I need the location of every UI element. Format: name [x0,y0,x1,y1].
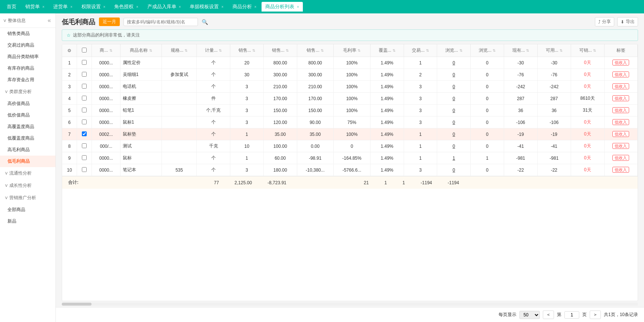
sidebar-group-circulation: ∨ 流通性分析 [0,167,55,179]
cell-browse1[interactable]: 0 [437,93,471,105]
sidebar-item-new-goods[interactable]: 新品 [0,216,55,227]
sidebar-group-overall: ∨ 整体信息 [3,17,26,24]
sidebar-item-low-margin[interactable]: 低毛利商品 [0,156,55,167]
sidebar-item-sales-goods[interactable]: 销售类商品 [0,28,55,39]
sidebar-item-stock-funds[interactable]: 库存资金占用 [0,74,55,86]
col-sales-amount[interactable]: 销售... ⇅ [263,44,297,57]
cell-browse1[interactable]: 0 [437,164,471,176]
sidebar-item-high-margin[interactable]: 高毛利商品 [0,144,55,156]
export-button[interactable]: ⬇ 导出 [617,17,638,26]
select-all-checkbox[interactable] [82,48,87,52]
sidebar-item-traded-goods[interactable]: 交易过的商品 [0,39,55,51]
col-browse1[interactable]: 浏览... ⇅ [437,44,471,57]
nav-product-analysis[interactable]: 商品分析 × [229,2,260,12]
cell-checkbox[interactable] [77,57,92,69]
row-checkbox[interactable] [82,155,87,160]
cell-available: -30 [537,57,571,69]
col-trade-count[interactable]: 交易... ⇅ [404,44,437,57]
row-checkbox[interactable] [82,108,87,112]
cell-trade-count: 3 [404,164,437,176]
cell-checkbox[interactable] [77,81,92,93]
col-name[interactable]: 商品名称 ⇅ [120,44,161,57]
table-row: 2 0000... 吴细细1 参加复试 个 30 300.00 300.00 1… [62,69,638,81]
col-browse2[interactable]: 浏览... ⇅ [471,44,504,57]
row-checkbox[interactable] [82,96,87,101]
col-sales-profit[interactable]: 销售... ⇅ [297,44,333,57]
sidebar-item-category-rate[interactable]: 商品分类助销率 [0,51,55,63]
sidebar-item-high-coverage[interactable]: 高覆盖度商品 [0,121,55,133]
cell-browse1[interactable]: 0 [437,117,471,128]
cell-browse1[interactable]: 0 [437,105,471,117]
cell-browse1[interactable]: 0 [437,140,471,152]
cell-checkbox[interactable] [77,164,92,176]
prev-page-button[interactable]: ＜ [543,310,554,319]
nav-role-auth[interactable]: 角色授权 × [110,2,142,12]
cell-current-stock: 287 [504,93,538,105]
cell-browse1[interactable]: 1 [437,152,471,164]
sidebar-item-high-value[interactable]: 高价值商品 [0,98,55,109]
nav-purchase[interactable]: 进货单 × [49,2,76,12]
footer-sales-amount: 2,125.00 [234,180,252,185]
cell-name: 笔记本 [120,164,161,176]
row-checkbox[interactable] [82,131,87,136]
row-checkbox[interactable] [82,72,87,77]
search-input[interactable] [124,18,198,26]
scrollbar-thumb[interactable] [62,303,92,306]
horizontal-scrollbar[interactable] [62,303,638,306]
nav-product-entry[interactable]: 产成品入库单 × [144,2,185,12]
cell-checkbox[interactable] [77,69,92,81]
cell-browse1[interactable]: 0 [437,128,471,140]
col-code[interactable]: 商... ⇅ [92,44,121,57]
nav-template-settings[interactable]: 单据模板设置 × [186,2,227,12]
cell-checkbox[interactable] [77,140,92,152]
cell-tag: 低收入 [604,164,637,176]
cell-checkbox[interactable] [77,128,92,140]
sidebar-item-all-goods[interactable]: 全部商品 [0,204,55,216]
cell-browse1[interactable]: 0 [437,69,471,81]
col-unit[interactable]: 计量... ⇅ [197,44,230,57]
cell-sales-profit: 90.00 [297,117,333,128]
filter-button[interactable]: 近一月 [99,17,120,26]
col-current-stock[interactable]: 现有... ⇅ [504,44,538,57]
share-icon: ⤴ [598,19,600,25]
row-checkbox[interactable] [82,119,87,124]
col-spec[interactable]: 规格... ⇅ [162,44,197,57]
cell-available: -242 [537,81,571,93]
col-saleable[interactable]: 可销... ⇅ [571,44,604,57]
nav-home[interactable]: 首页 [3,2,20,12]
nav-product-analysis-list[interactable]: 商品分析列表 × [262,2,302,12]
row-checkbox[interactable] [82,60,87,65]
col-tag[interactable]: 标签 [604,44,637,57]
page-size-select[interactable]: 50 100 200 [519,311,540,319]
nav-sales[interactable]: 销货单 × [22,2,48,12]
row-checkbox[interactable] [82,84,87,89]
data-table-container: ⚙ 商... ⇅ 商品名称 ⇅ 规格... ⇅ 计量... ⇅ 销售... ⇅ … [62,44,638,301]
cell-checkbox[interactable] [77,105,92,117]
row-checkbox[interactable] [82,143,87,148]
col-available[interactable]: 可用... ⇅ [537,44,571,57]
page-number-input[interactable] [564,311,579,319]
cell-checkbox[interactable] [77,93,92,105]
col-coverage[interactable]: 覆盖... ⇅ [370,44,404,57]
cell-browse1[interactable]: 0 [437,81,471,93]
col-sales-qty[interactable]: 销售... ⇅ [230,44,263,57]
share-button[interactable]: ⤴ 分享 [595,17,614,26]
nav-permissions[interactable]: 权限设置 × [78,2,109,12]
cell-no: 6 [62,117,77,128]
col-checkbox[interactable] [77,44,92,57]
sidebar-collapse-btn[interactable]: « [46,16,52,25]
sidebar-item-low-coverage[interactable]: 低覆盖度商品 [0,133,55,144]
next-page-button[interactable]: ＞ [590,310,601,319]
cell-browse1[interactable]: 0 [437,57,471,69]
col-settings[interactable]: ⚙ [62,44,77,57]
cell-coverage: 1.49% [370,57,404,69]
search-button[interactable]: 🔍 [202,19,208,25]
cell-checkbox[interactable] [77,152,92,164]
cell-checkbox[interactable] [77,117,92,128]
col-gross-margin[interactable]: 毛利率 ⇅ [333,44,370,57]
sidebar-item-low-value[interactable]: 低价值商品 [0,109,55,121]
cell-coverage: 1.49% [370,152,404,164]
sidebar-item-stock-goods[interactable]: 有库存的商品 [0,63,55,74]
sidebar-group-cluster: ∨ 类群度分析 [0,86,55,98]
row-checkbox[interactable] [82,167,87,172]
